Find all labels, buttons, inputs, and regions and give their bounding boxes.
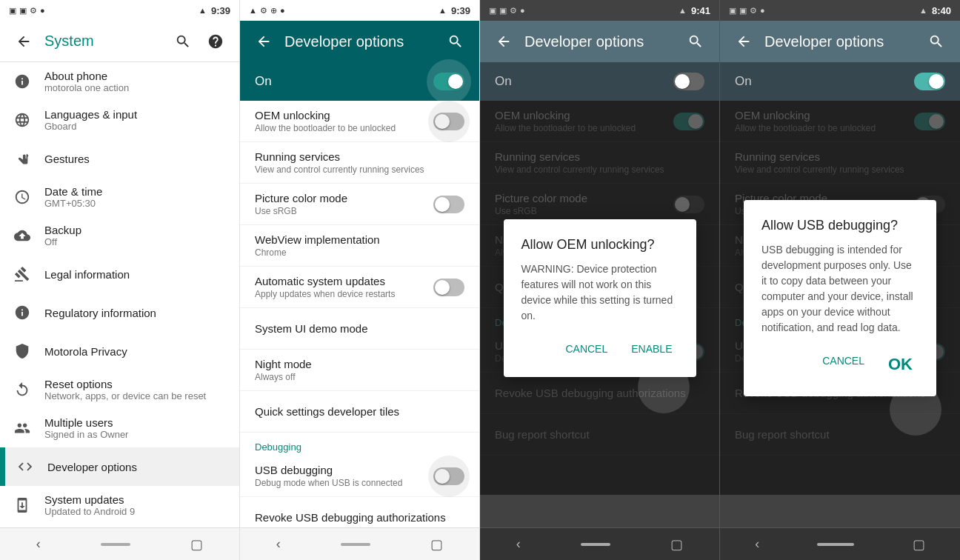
app-bar-mid: Developer options [240, 21, 479, 62]
oem-cancel-btn[interactable]: Cancel [559, 339, 613, 359]
sidebar-list: About phone motorola one action Language… [0, 62, 239, 527]
autoupdate-toggle[interactable] [433, 279, 464, 296]
sidebar-item-legal[interactable]: Legal information [0, 255, 239, 293]
backup-icon [12, 225, 33, 246]
oem-toggle[interactable] [433, 113, 464, 130]
search-button-left[interactable] [171, 30, 195, 53]
r1-master-toggle[interactable] [673, 73, 704, 90]
ui-demo-item[interactable]: System UI demo mode [240, 308, 479, 350]
dev-master-toggle[interactable] [433, 73, 464, 90]
sidebar-text-privacy: Motorola Privacy [44, 345, 127, 358]
oem-unlocking-item[interactable]: OEM unlocking Allow the bootloader to be… [240, 101, 479, 142]
color-toggle[interactable] [433, 196, 464, 213]
recents-nav-r2[interactable]: ▢ [901, 530, 937, 559]
sidebar-text-reset: Reset options Network, apps, or device c… [44, 378, 206, 401]
usb-ok-btn[interactable]: OK [882, 350, 919, 379]
sidebar-item-backup[interactable]: Backup Off [0, 216, 239, 255]
back-nav-r2[interactable]: ‹ [743, 530, 771, 558]
dev-list-r2: OEM unlocking Allow the bootloader to be… [720, 101, 960, 527]
sidebar-item-reset[interactable]: Reset options Network, apps, or device c… [0, 370, 239, 409]
back-nav-mid[interactable]: ‹ [264, 530, 293, 558]
regulatory-icon [12, 302, 33, 323]
sidebar-text-datetime: Date & time GMT+05:30 [44, 185, 102, 209]
status-bar-r2: ▣▣⚙● ▲ 8:40 [720, 0, 960, 21]
sidebar-item-regulatory[interactable]: Regulatory information [0, 293, 239, 332]
r1-header-toggle: On [480, 62, 719, 101]
dev-on-label: On [255, 74, 272, 89]
usb-dialog: Allow USB debugging? USB debugging is in… [744, 200, 936, 396]
sidebar-item-developer[interactable]: Developer options [0, 447, 239, 486]
privacy-icon [12, 341, 33, 361]
usb-dialog-body: USB debugging is intended for developmen… [761, 242, 919, 336]
sidebar-text-updates: System updates Updated to Android 9 [44, 493, 135, 517]
right2-panel: ▣▣⚙● ▲ 8:40 Developer options On OEM unl… [720, 0, 960, 560]
debugging-section-label: Debugging [240, 433, 479, 456]
back-button-r1[interactable] [492, 30, 516, 53]
status-bar-r1-icons: ▣▣⚙● [489, 6, 525, 16]
usb-debug-toggle[interactable] [433, 467, 464, 485]
auto-updates-item[interactable]: Automatic system updates Apply updates w… [240, 267, 479, 308]
home-indicator-r1[interactable] [581, 543, 610, 546]
night-mode-item[interactable]: Night mode Always off [240, 350, 479, 391]
usb-dialog-actions: Cancel OK [761, 350, 919, 379]
sidebar-item-privacy[interactable]: Motorola Privacy [0, 332, 239, 370]
usb-cancel-btn[interactable]: Cancel [816, 350, 870, 379]
dev-list-mid: OEM unlocking Allow the bootloader to be… [240, 101, 479, 527]
clock-icon [12, 187, 33, 207]
usb-debugging-item[interactable]: USB debugging Debug mode when USB is con… [240, 456, 479, 497]
status-bar-left-icons: ▣▣⚙● [9, 6, 45, 16]
back-button-left[interactable] [12, 30, 36, 53]
app-bar-title-r1: Developer options [524, 33, 675, 50]
sidebar-item-gestures[interactable]: Gestures [0, 139, 239, 178]
nav-bar-mid: ‹ ▢ [240, 527, 479, 560]
search-button-r1[interactable] [684, 30, 707, 53]
usb-dialog-title: Allow USB debugging? [761, 218, 919, 233]
status-bar-r1: ▣▣⚙● ▲ 9:41 [480, 0, 719, 21]
back-button-r2[interactable] [732, 30, 756, 53]
sidebar-item-updates[interactable]: System updates Updated to Android 9 [0, 486, 239, 524]
home-indicator-mid[interactable] [341, 543, 370, 546]
help-button-left[interactable] [204, 30, 227, 53]
quick-settings-tiles-item[interactable]: Quick settings developer tiles [240, 391, 479, 433]
webview-item[interactable]: WebView implementation Chrome [240, 225, 479, 267]
toggle-knob [448, 74, 463, 89]
back-nav-r1[interactable]: ‹ [504, 530, 533, 558]
status-bar-mid-icons: ▲⚙⊕● [249, 6, 285, 16]
nav-bar-r1: ‹ ▢ [480, 527, 719, 560]
right1-panel: ▣▣⚙● ▲ 9:41 Developer options On OEM unl… [480, 0, 720, 560]
sidebar-text-developer: Developer options [47, 461, 137, 473]
back-nav-left[interactable]: ‹ [24, 530, 53, 558]
sidebar-item-users[interactable]: Multiple users Signed in as Owner [0, 409, 239, 447]
r2-master-toggle[interactable] [914, 73, 945, 90]
left-panel: ▣▣⚙● ▲ 9:39 System About phone motorola … [0, 0, 240, 560]
sidebar-item-datetime[interactable]: Date & time GMT+05:30 [0, 178, 239, 216]
recents-nav-mid[interactable]: ▢ [419, 530, 455, 559]
home-indicator-left[interactable] [101, 543, 130, 546]
recents-nav-r1[interactable]: ▢ [659, 530, 695, 559]
oem-dialog: Allow OEM unlocking? WARNING: Device pro… [504, 219, 696, 377]
home-indicator-r2[interactable] [817, 543, 854, 546]
status-bar-mid: ▲⚙⊕● ▲ 9:39 [240, 0, 479, 21]
oem-enable-btn[interactable]: Enable [625, 339, 678, 359]
search-button-mid[interactable] [444, 30, 467, 53]
sidebar-text-regulatory: Regulatory information [44, 307, 156, 319]
gavel-icon [12, 264, 33, 284]
wifi-icon: ▲ [199, 6, 207, 15]
r2-on-label: On [735, 74, 752, 89]
search-button-r2[interactable] [924, 30, 948, 53]
recents-nav-left[interactable]: ▢ [179, 530, 215, 559]
sidebar-text-backup: Backup Off [44, 224, 81, 247]
oem-dialog-overlay: Allow OEM unlocking? WARNING: Device pro… [480, 101, 719, 495]
back-button-mid[interactable] [252, 30, 276, 53]
picture-color-item[interactable]: Picture color mode Use sRGB [240, 184, 479, 225]
running-services-item[interactable]: Running services View and control curren… [240, 142, 479, 184]
gesture-icon [12, 148, 33, 169]
app-bar-title-r2: Developer options [764, 33, 916, 50]
revoke-usb-item[interactable]: Revoke USB debugging authorizations [240, 497, 479, 527]
time-left: 9:39 [211, 5, 230, 16]
nav-bar-left: ‹ ▢ [0, 527, 239, 560]
sidebar-item-about-phone[interactable]: About phone motorola one action [0, 62, 239, 101]
usb-dialog-overlay: Allow USB debugging? USB debugging is in… [720, 101, 960, 495]
time-mid: 9:39 [451, 5, 470, 16]
sidebar-item-languages[interactable]: Languages & input Gboard [0, 101, 239, 139]
